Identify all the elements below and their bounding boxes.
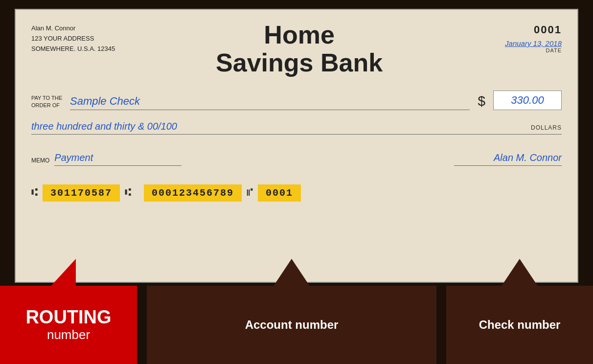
check-address: Alan M. Connor 123 YOUR ADDRESS SOMEWHER… bbox=[31, 23, 115, 54]
check-number-label: Check number bbox=[479, 318, 561, 332]
memo-line: Payment bbox=[54, 152, 182, 166]
date-label: DATE bbox=[483, 47, 562, 53]
routing-title: ROUTING bbox=[25, 307, 111, 328]
account-section: Account number bbox=[147, 286, 436, 364]
routing-number-micr: 301170587 bbox=[43, 184, 120, 202]
check-number-arrow bbox=[500, 259, 539, 288]
routing-text: ROUTING number bbox=[25, 307, 111, 343]
check-top: Alan M. Connor 123 YOUR ADDRESS SOMEWHER… bbox=[31, 23, 562, 77]
amount-box: 330.00 bbox=[493, 91, 562, 110]
account-arrow bbox=[272, 259, 311, 288]
address-line2: SOMEWHERE. U.S.A. 12345 bbox=[31, 44, 115, 54]
address-line1: 123 YOUR ADDRESS bbox=[31, 34, 115, 44]
routing-sub: number bbox=[25, 327, 111, 342]
routing-arrow bbox=[49, 259, 76, 288]
memo-label: MEMO bbox=[31, 157, 49, 166]
check-area: Alan M. Connor 123 YOUR ADDRESS SOMEWHER… bbox=[0, 0, 593, 286]
dollar-sign: $ bbox=[478, 93, 485, 110]
memo-value: Payment bbox=[54, 152, 93, 163]
written-amount-row: three hundred and thirty & 00/100 DOLLAR… bbox=[31, 121, 562, 135]
account-number-micr: 000123456789 bbox=[144, 184, 242, 202]
micr-open-symbol: ⑆ bbox=[31, 187, 38, 199]
micr-section: ⑆ 301170587 ⑆ 000123456789 ⑈ 0001 bbox=[31, 184, 562, 202]
check-number-micr: 0001 bbox=[258, 184, 301, 202]
micr-equals-symbol: ⑈ bbox=[247, 187, 253, 199]
memo-left: MEMO Payment bbox=[31, 152, 454, 166]
pay-section: PAY TO THE ORDER OF Sample Check $ 330.0… bbox=[31, 91, 562, 110]
bottom-area: ROUTING number Account number Check numb… bbox=[0, 286, 593, 364]
payee-name: Sample Check bbox=[70, 95, 140, 107]
pay-to-label: PAY TO THE ORDER OF bbox=[31, 94, 62, 111]
memo-section: MEMO Payment Alan M. Connor bbox=[31, 152, 562, 166]
gap1 bbox=[137, 286, 147, 364]
check: Alan M. Connor 123 YOUR ADDRESS SOMEWHER… bbox=[15, 9, 578, 283]
amount-value: 330.00 bbox=[511, 94, 544, 106]
micr-close-symbol: ⑆ bbox=[125, 187, 131, 199]
dollars-label: DOLLARS bbox=[531, 124, 562, 132]
account-label: Account number bbox=[245, 318, 339, 332]
address-name: Alan M. Connor bbox=[31, 23, 115, 34]
check-date-area: January 13, 2018 DATE bbox=[483, 39, 562, 53]
check-top-right: 0001 January 13, 2018 DATE bbox=[483, 23, 562, 53]
signature-line: Alan M. Connor bbox=[454, 152, 562, 166]
signature-value: Alan M. Connor bbox=[494, 152, 562, 163]
check-date-value: January 13, 2018 bbox=[483, 39, 562, 47]
routing-section: ROUTING number bbox=[0, 286, 137, 364]
written-amount: three hundred and thirty & 00/100 bbox=[31, 121, 177, 132]
bank-name: Home Savings Bank bbox=[216, 21, 383, 77]
pay-to-line: Sample Check bbox=[70, 95, 470, 110]
check-number-display: 0001 bbox=[483, 23, 562, 36]
gap2 bbox=[436, 286, 446, 364]
check-number-section: Check number bbox=[446, 286, 593, 364]
